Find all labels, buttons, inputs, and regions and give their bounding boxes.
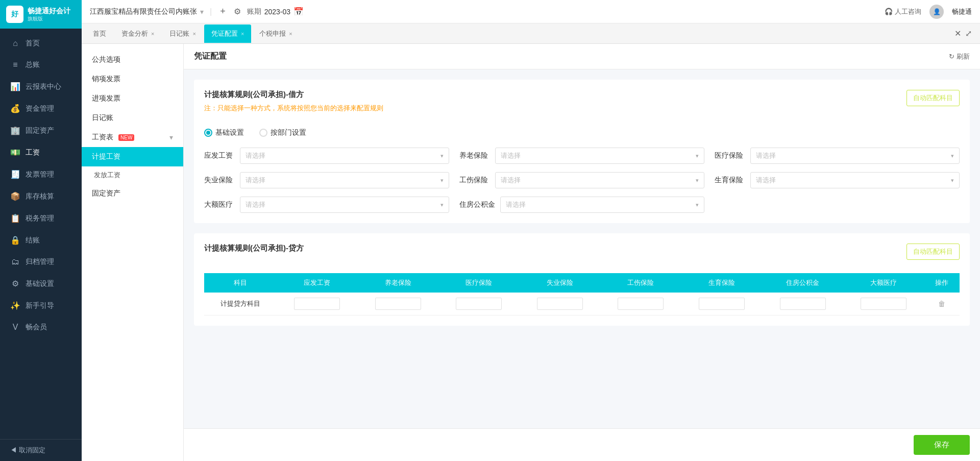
field-yanglao-select[interactable]: 请选择 ▾: [495, 148, 704, 164]
table-row: 计提贷方科目: [204, 293, 960, 316]
sidebar-item-salary[interactable]: 💵 工资: [0, 141, 82, 163]
sidebar-item-funds[interactable]: 💰 资金管理: [0, 98, 82, 119]
debit-section: 计提核算规则(公司承担)-借方 注：只能选择一种方式，系统将按照您当前的选择来配…: [194, 80, 970, 223]
sidebar-item-ledger[interactable]: ≡ 总账: [0, 54, 82, 76]
nav-fixed-assets[interactable]: 固定资产: [82, 184, 183, 203]
nav-public[interactable]: 公共选项: [82, 50, 183, 69]
row-gongshang-input[interactable]: [618, 298, 664, 310]
settings-btn[interactable]: ⚙: [234, 7, 241, 16]
row-shiye-input[interactable]: [537, 298, 583, 310]
sidebar-item-archive[interactable]: 🗂 归档管理: [0, 251, 82, 273]
tax-icon: 📋: [10, 213, 20, 223]
field-yingfa-gongzi: 应发工资 请选择 ▾: [204, 148, 449, 164]
field-shengyu-select[interactable]: 请选择 ▾: [750, 172, 960, 188]
field-shiye-bx: 失业保险 请选择 ▾: [204, 172, 449, 188]
field-yingfa-select[interactable]: 请选择 ▾: [240, 148, 449, 164]
refresh-btn[interactable]: ↻ 刷新: [949, 52, 970, 61]
sidebar-item-member[interactable]: V 畅会员: [0, 317, 82, 338]
content-wrapper: 公共选项 销项发票 进项发票 日记账 工资表 NEW ▾ 计提工资 发放工资: [82, 44, 980, 461]
sidebar-item-reports[interactable]: 📊 云报表中心: [0, 76, 82, 98]
row-zhufang-input-cell: [762, 293, 843, 316]
col-op: 操作: [924, 273, 960, 293]
save-button[interactable]: 保存: [914, 435, 970, 455]
row-shengyu-input[interactable]: [699, 298, 745, 310]
tab-voucher-config-label: 凭证配置: [211, 29, 238, 38]
app-name: 畅捷通好会计: [28, 6, 70, 15]
sidebar-item-invoice-mgmt[interactable]: 🧾 发票管理: [0, 163, 82, 185]
page-header: 凭证配置 ↻ 刷新: [184, 44, 980, 69]
sidebar-item-close[interactable]: 🔒 结账: [0, 229, 82, 251]
field-yingfa-label: 应发工资: [204, 151, 235, 160]
col-yiliao: 医疗保险: [438, 273, 520, 293]
tab-tax-report[interactable]: 个税申报 ×: [252, 25, 299, 43]
tab-funds-close[interactable]: ×: [151, 31, 154, 37]
service-btn[interactable]: 🎧 人工咨询: [885, 7, 921, 16]
credit-auto-match-btn[interactable]: 自动匹配科目: [906, 244, 960, 260]
chevron-down-icon: ▾: [440, 153, 444, 159]
tab-voucher-config-close[interactable]: ×: [241, 31, 244, 37]
field-da-e-select[interactable]: 请选择 ▾: [240, 197, 449, 213]
radio-group: 基础设置 按部门设置: [204, 128, 960, 137]
close-tab-icon[interactable]: ✕: [954, 29, 961, 38]
user-avatar: 👤: [929, 5, 944, 19]
ledger-icon: ≡: [10, 60, 20, 69]
sidebar-nav: ⌂ 首页 ≡ 总账 📊 云报表中心 💰 资金管理 🏢 固定资产 💵 工资 🧾 发…: [0, 29, 82, 439]
debit-auto-match-btn[interactable]: 自动匹配科目: [906, 90, 960, 106]
topbar-divider: |: [210, 7, 212, 16]
row-yiliao-input[interactable]: [456, 298, 502, 310]
nav-payroll-dist[interactable]: 发放工资: [82, 166, 183, 184]
field-da-e-label: 大额医疗: [204, 200, 235, 209]
company-selector[interactable]: 江西服宝精品有限责任公司内账张 ▾: [90, 7, 204, 16]
nav-journal[interactable]: 日记账: [82, 108, 183, 128]
add-company-btn[interactable]: +: [218, 4, 228, 19]
member-icon: V: [10, 323, 20, 332]
sidebar-item-tax[interactable]: 📋 税务管理: [0, 207, 82, 229]
chevron-down-icon: ▾: [696, 202, 699, 208]
row-yingfa-input[interactable]: [294, 298, 340, 310]
tab-home-label: 首页: [93, 29, 106, 38]
nav-sales-invoice[interactable]: 销项发票: [82, 69, 183, 89]
home-icon: ⌂: [10, 39, 20, 48]
credit-section-title: 计提核算规则(公司承担)-贷方: [204, 244, 304, 253]
tab-journal[interactable]: 日记账 ×: [162, 25, 203, 43]
topbar-right: 🎧 人工咨询 👤 畅捷通: [885, 5, 972, 19]
row-zhufang-input[interactable]: [780, 298, 826, 310]
field-shiye-select[interactable]: 请选择 ▾: [240, 172, 449, 188]
sidebar-item-label: 工资: [26, 148, 40, 157]
radio-basic[interactable]: 基础设置: [204, 128, 244, 137]
row-da-e-input[interactable]: [861, 298, 906, 310]
period-selector[interactable]: 账期 2023-03 📅: [247, 7, 304, 16]
nav-payroll-calc[interactable]: 计提工资: [82, 147, 183, 166]
nav-payroll-table[interactable]: 工资表 NEW ▾: [82, 128, 183, 147]
tab-funds[interactable]: 资金分析 ×: [114, 25, 161, 43]
row-label: 计提贷方科目: [204, 293, 277, 316]
tab-tax-report-close[interactable]: ×: [289, 31, 292, 37]
nav-purchase-invoice[interactable]: 进项发票: [82, 89, 183, 108]
sidebar-item-home[interactable]: ⌂ 首页: [0, 33, 82, 54]
field-gongshang-select[interactable]: 请选择 ▾: [495, 172, 704, 188]
calendar-icon[interactable]: 📅: [293, 7, 304, 16]
row-yanglao-input[interactable]: [375, 298, 421, 310]
close-acc-icon: 🔒: [10, 235, 20, 245]
sidebar-collapse-btn[interactable]: ◀ 取消固定: [0, 439, 82, 461]
col-gongshang: 工伤保险: [600, 273, 681, 293]
delete-row-btn[interactable]: 🗑: [938, 300, 945, 308]
tab-journal-close[interactable]: ×: [192, 31, 195, 37]
radio-department[interactable]: 按部门设置: [259, 128, 306, 137]
field-yiliao-select[interactable]: 请选择 ▾: [750, 148, 960, 164]
sidebar-item-inventory[interactable]: 📦 库存核算: [0, 185, 82, 207]
funds-icon: 💰: [10, 104, 20, 113]
expand-icon: ▾: [169, 133, 173, 141]
field-yiliao-placeholder: 请选择: [756, 151, 776, 160]
company-name: 江西服宝精品有限责任公司内账张: [90, 7, 197, 16]
expand-tab-icon[interactable]: ⤢: [965, 29, 972, 38]
sidebar-item-assets[interactable]: 🏢 固定资产: [0, 119, 82, 141]
tab-home[interactable]: 首页: [86, 25, 113, 43]
tab-voucher-config[interactable]: 凭证配置 ×: [204, 25, 251, 43]
sidebar-item-guide[interactable]: ✨ 新手引导: [0, 295, 82, 317]
field-zhufang-select[interactable]: 请选择 ▾: [500, 197, 704, 213]
avatar-icon: 👤: [933, 8, 941, 15]
field-yanglao-bx: 养老保险 请选择 ▾: [459, 148, 704, 164]
sidebar-item-settings[interactable]: ⚙ 基础设置: [0, 273, 82, 295]
new-badge: NEW: [118, 134, 134, 141]
